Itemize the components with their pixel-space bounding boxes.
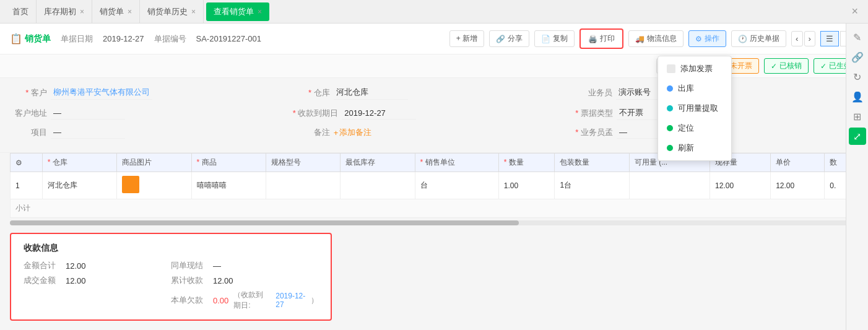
scrollbar[interactable] [10, 220, 858, 225]
new-button[interactable]: + 新增 [449, 30, 484, 47]
dropdown-outbound[interactable]: 出库 [658, 79, 731, 98]
due-date-hint: （收款到期日: [233, 290, 271, 311]
operations-icon: ⚙ [695, 35, 702, 43]
logistics-button[interactable]: 🚚 物流信息 [628, 30, 684, 47]
row-unit-price: 12.00 [771, 172, 825, 199]
table-row: 1 河北仓库 嘻嘻嘻嘻 台 1.00 1台 12.00 12.00 [11, 172, 858, 199]
quantity-pick-dot [667, 105, 673, 111]
check-icon: ✓ [771, 62, 777, 71]
row-spec [266, 172, 340, 199]
note-label: 备注 [293, 127, 330, 138]
dropdown-quantity-pick[interactable]: 可用量提取 [658, 98, 731, 118]
col-sales-unit: 销售单位 [415, 154, 498, 172]
print-icon: 🖨️ [588, 35, 597, 43]
form-section: 客户 柳州粤港平安气体有限公司 仓库 河北仓库 业务员 演示账号 客户地址 — [0, 78, 868, 153]
date-label: 单据日期 [61, 33, 93, 45]
number-value: SA-20191227-001 [196, 34, 262, 43]
tab-bar-close-button[interactable]: × [846, 5, 863, 18]
tab-sales-history[interactable]: 销货单历史 × [140, 0, 204, 24]
tab-home[interactable]: 首页 [5, 0, 37, 24]
next-arrow[interactable]: › [804, 31, 815, 46]
tab-view-sales-close[interactable]: × [258, 7, 262, 16]
document-title: 📋 销货单 [10, 33, 51, 45]
logistics-icon: 🚚 [635, 35, 644, 43]
payment-info-title: 收款信息 [24, 243, 318, 254]
history-button[interactable]: 🕐 历史单据 [731, 30, 786, 47]
col-warehouse: 仓库 [42, 154, 116, 172]
col-min-stock: 最低库存 [341, 154, 415, 172]
sidebar-user-icon[interactable]: 👤 [849, 88, 866, 105]
col-settings[interactable]: ⚙ [11, 154, 43, 172]
plus-icon: + [334, 128, 339, 137]
document-type-label: 销货单 [25, 33, 51, 45]
sidebar-grid-icon[interactable]: ⊞ [849, 108, 866, 125]
total-label: 金额合计 [24, 260, 61, 271]
status-bar: 📱 来自手机 ● 未开票 ✓ 已核销 ✓ 已生效 [0, 54, 868, 78]
view-list-button[interactable]: ☰ [820, 31, 839, 46]
customer-value[interactable]: 柳州粤港平安气体有限公司 [51, 85, 152, 100]
sidebar-expand-icon[interactable]: ⤢ [849, 128, 866, 145]
payment-info-box: 收款信息 金额合计 12.00 同单现结 — 成交金额 12.00 累计收款 1… [10, 233, 332, 321]
subtotal-row: 小计 [11, 199, 858, 218]
transaction-label: 成交金额 [24, 275, 61, 286]
col-product: 商品 [191, 154, 266, 172]
confirm-chip[interactable]: ✓ 已核销 [764, 58, 809, 74]
row-product: 嘻嘻嘻嘻 [191, 172, 266, 199]
total-value: 12.00 [66, 261, 86, 271]
dropdown-locate[interactable]: 定位 [658, 118, 731, 138]
due-date-close-paren: ） [311, 295, 318, 306]
payment-info-grid: 金额合计 12.00 同单现结 — 成交金额 12.00 累计收款 12.00 … [24, 260, 318, 311]
payment-date-label: 收款到期日 [293, 108, 339, 119]
add-note-button[interactable]: + 添加备注 [334, 127, 372, 138]
row-warehouse: 河北仓库 [42, 172, 116, 199]
customer-label: 客户 [10, 87, 47, 98]
share-button[interactable]: 🔗 分享 [489, 30, 529, 47]
share-icon: 🔗 [496, 35, 505, 43]
payment-date-value: 2019-12-27 [342, 107, 416, 119]
same-order-row: 同单现结 — [171, 260, 318, 271]
tab-sales[interactable]: 销货单 × [92, 0, 140, 24]
outstanding-row: 本单欠款 0.00 （收款到期日: 2019-12-27 ） [171, 290, 318, 311]
nav-arrows: ‹ › [791, 31, 815, 46]
due-date-value: 2019-12-27 [276, 292, 306, 309]
copy-icon: 📄 [541, 35, 550, 43]
document-header: 📋 销货单 单据日期 2019-12-27 单据编号 SA-20191227-0… [0, 24, 868, 54]
outstanding-label: 本单欠款 [171, 295, 208, 306]
sidebar-link-icon[interactable]: 🔗 [849, 48, 866, 66]
sidebar-edit-icon[interactable]: ✎ [849, 28, 866, 46]
dropdown-refresh[interactable]: 刷新 [658, 138, 731, 158]
tab-sales-history-close[interactable]: × [191, 7, 196, 16]
tab-sales-close[interactable]: × [128, 7, 132, 16]
print-button[interactable]: 🖨️ 打印 [582, 31, 621, 46]
row-package-qty: 1台 [555, 172, 629, 199]
address-value: — [51, 107, 125, 119]
tab-bar: 首页 库存期初 × 销货单 × 销货单历史 × 查看销货单 × × [0, 0, 868, 24]
col-spec: 规格型号 [266, 154, 340, 172]
row-current-stock: 12.00 [710, 172, 771, 199]
print-button-wrapper: 🖨️ 打印 [579, 28, 623, 49]
locate-dot [667, 125, 673, 131]
outbound-dot [667, 85, 673, 92]
row-available [629, 172, 710, 199]
outstanding-value: 0.00 [213, 296, 228, 305]
copy-button[interactable]: 📄 复制 [534, 30, 575, 47]
same-order-value: — [213, 261, 221, 271]
sidebar-refresh-icon[interactable]: ↻ [849, 68, 866, 85]
tab-inventory[interactable]: 库存期初 × [37, 0, 92, 24]
products-table: ⚙ 仓库 商品图片 商品 规格型号 最低库存 销售单位 数量 包装数量 可用量 … [10, 153, 858, 218]
effective-icon: ✓ [820, 62, 827, 71]
project-field: 项目 — [10, 126, 293, 139]
prev-arrow[interactable]: ‹ [791, 31, 802, 46]
operations-button[interactable]: ⚙ 操作 [688, 30, 726, 47]
payment-date-field: 收款到期日 2019-12-27 [293, 107, 576, 119]
same-order-label: 同单现结 [171, 260, 208, 271]
dropdown-add-invoice[interactable]: 添加发票 [658, 59, 731, 79]
total-row: 金额合计 12.00 [24, 260, 171, 271]
transaction-row: 成交金额 12.00 [24, 275, 171, 286]
main-wrapper: 📋 销货单 单据日期 2019-12-27 单据编号 SA-20191227-0… [0, 24, 868, 328]
note-field: 备注 + 添加备注 [293, 127, 576, 138]
tab-view-sales[interactable]: 查看销货单 × [206, 2, 269, 21]
tab-inventory-close[interactable]: × [80, 7, 84, 16]
add-invoice-icon [667, 64, 675, 73]
document-type-icon: 📋 [10, 33, 22, 45]
